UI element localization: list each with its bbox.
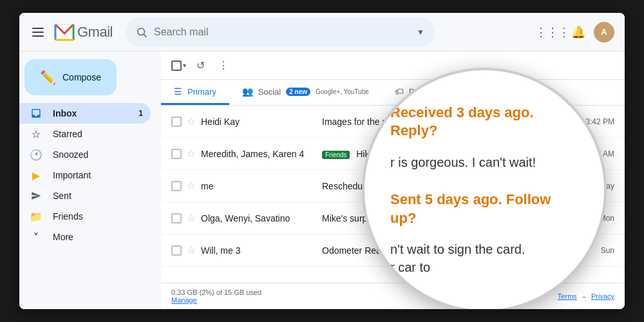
magnifier-text-car: r car to bbox=[390, 258, 578, 276]
row-from: Heidi Kay bbox=[201, 117, 317, 127]
sidebar-item-more-label: More bbox=[53, 232, 143, 242]
snoozed-icon: 🕐 bbox=[30, 148, 43, 161]
svg-line-5 bbox=[144, 34, 146, 37]
search-icon bbox=[136, 26, 147, 38]
footer-links: Terms – Privacy bbox=[558, 292, 614, 300]
inbox-icon bbox=[30, 107, 43, 120]
row-checkbox[interactable] bbox=[171, 181, 182, 191]
gmail-logo: Gmail bbox=[54, 22, 113, 43]
social-tab-badge: 2 new bbox=[286, 88, 310, 96]
search-input[interactable] bbox=[154, 26, 410, 38]
sidebar-item-inbox-label: Inbox bbox=[53, 108, 128, 118]
search-bar: ▼ bbox=[126, 17, 435, 47]
row-from: Olga, Wenyi, Savatino bbox=[201, 213, 317, 223]
sidebar-item-sent-label: Sent bbox=[53, 191, 143, 201]
sidebar-item-more[interactable]: ˅ More bbox=[19, 227, 151, 247]
magnifier-text-card: n't wait to sign the card. bbox=[390, 240, 578, 258]
promotions-tab-icon: 🏷 bbox=[395, 86, 404, 97]
manage-link[interactable]: Manage bbox=[171, 296, 197, 304]
sidebar-item-sent[interactable]: Sent bbox=[19, 185, 151, 206]
avatar[interactable]: A bbox=[594, 22, 614, 43]
social-tab-label: Social bbox=[258, 87, 281, 97]
tab-social[interactable]: 👥 Social 2 new Google+, YouTube bbox=[229, 80, 382, 105]
sent-icon bbox=[30, 189, 43, 202]
apps-icon[interactable]: ⋮⋮⋮ bbox=[542, 22, 563, 43]
row-checkbox[interactable] bbox=[171, 213, 182, 223]
sidebar-item-snoozed-label: Snoozed bbox=[53, 149, 143, 160]
toolbar: ▾ ↺ ⋮ bbox=[161, 52, 625, 80]
notifications-icon[interactable]: 🔔 bbox=[568, 22, 589, 43]
footer-separator: – bbox=[582, 292, 586, 300]
row-checkbox[interactable] bbox=[171, 117, 182, 127]
row-checkbox[interactable] bbox=[171, 245, 182, 256]
sidebar-item-snoozed[interactable]: 🕐 Snoozed bbox=[19, 144, 151, 165]
row-star-icon[interactable]: ☆ bbox=[187, 115, 196, 128]
sidebar-item-starred-label: Starred bbox=[53, 129, 143, 139]
terms-link[interactable]: Terms bbox=[558, 292, 577, 300]
gmail-m-icon bbox=[54, 22, 75, 43]
select-all-area[interactable]: ▾ bbox=[171, 61, 186, 71]
sidebar-item-important[interactable]: ▶ Important bbox=[19, 165, 151, 185]
sidebar-item-starred[interactable]: ☆ Starred bbox=[19, 124, 151, 144]
compose-icon: ✏️ bbox=[40, 70, 56, 85]
storage-info: 0.33 GB (2%) of 15 GB used Manage bbox=[171, 289, 261, 304]
folder-icon: 📁 bbox=[30, 210, 43, 223]
row-star-icon[interactable]: ☆ bbox=[187, 244, 196, 256]
sidebar: ✏️ Compose Inbox 1 ☆ Starred 🕐 Snoozed ▶ bbox=[19, 52, 161, 309]
storage-text: 0.33 GB (2%) of 15 GB used bbox=[171, 289, 261, 296]
row-star-icon[interactable]: ☆ bbox=[187, 147, 196, 160]
privacy-link[interactable]: Privacy bbox=[591, 292, 614, 300]
top-right-actions: ⋮⋮⋮ 🔔 A bbox=[542, 22, 614, 43]
svg-point-4 bbox=[138, 28, 145, 35]
magnifier-text-received: Received 3 days ago. Reply? bbox=[390, 104, 578, 140]
more-icon: ˅ bbox=[30, 231, 43, 243]
magnifier-text-sent: Sent 5 days ago. Follow up? bbox=[390, 191, 578, 227]
row-from: Meredith, James, Karen 4 bbox=[201, 149, 317, 159]
select-all-checkbox[interactable] bbox=[171, 61, 182, 71]
primary-tab-label: Primary bbox=[187, 87, 216, 97]
top-bar: Gmail ▼ ⋮⋮⋮ 🔔 A bbox=[19, 13, 625, 52]
more-options-button[interactable]: ⋮ bbox=[214, 57, 232, 75]
important-icon: ▶ bbox=[30, 169, 43, 182]
row-star-icon[interactable]: ☆ bbox=[187, 212, 196, 224]
primary-tab-icon: ☰ bbox=[174, 86, 182, 97]
star-icon: ☆ bbox=[30, 128, 43, 140]
search-chevron-icon[interactable]: ▼ bbox=[417, 28, 424, 37]
app-title: Gmail bbox=[77, 24, 113, 41]
sidebar-item-friends-label: Friends bbox=[53, 211, 143, 222]
compose-button[interactable]: ✏️ Compose bbox=[24, 59, 117, 95]
tab-primary[interactable]: ☰ Primary bbox=[161, 80, 229, 105]
hamburger-icon[interactable] bbox=[30, 25, 46, 39]
row-from: me bbox=[201, 181, 317, 191]
social-tab-icon: 👥 bbox=[242, 86, 253, 97]
sidebar-item-inbox[interactable]: Inbox 1 bbox=[19, 103, 151, 124]
inbox-badge: 1 bbox=[138, 109, 143, 118]
sidebar-item-important-label: Important bbox=[53, 170, 143, 180]
select-chevron-icon[interactable]: ▾ bbox=[183, 62, 186, 69]
sidebar-item-friends[interactable]: 📁 Friends bbox=[19, 206, 151, 227]
friends-tag-badge: Friends bbox=[322, 151, 350, 159]
row-from: Will, me 3 bbox=[201, 245, 317, 256]
magnifier-overlay: Received 3 days ago. Reply? r is gorgeou… bbox=[362, 68, 607, 309]
magnifier-text-gorgeous: r is gorgeous. I can't wait! bbox=[390, 153, 578, 171]
social-tab-sub: Google+, YouTube bbox=[316, 88, 369, 95]
row-checkbox[interactable] bbox=[171, 149, 182, 159]
row-star-icon[interactable]: ☆ bbox=[187, 180, 196, 192]
refresh-button[interactable]: ↺ bbox=[191, 57, 209, 75]
